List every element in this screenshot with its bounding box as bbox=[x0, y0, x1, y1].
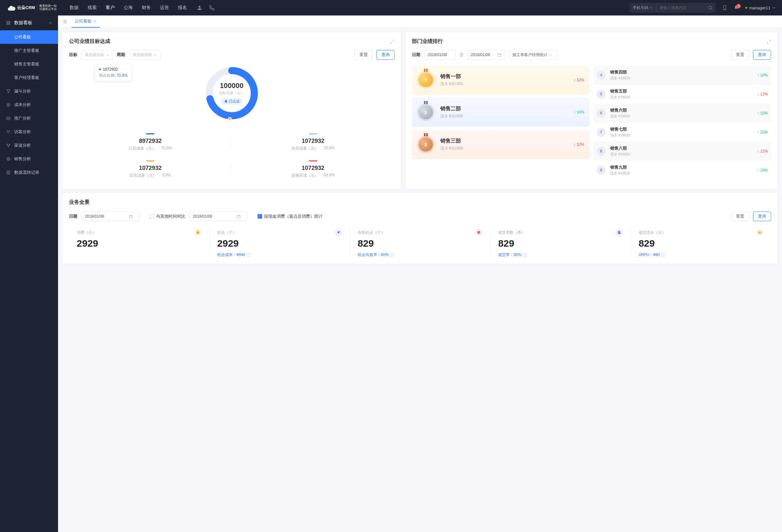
main: 公司看板 ✕ 公司业绩目标达成 目标 请选择目标 周期 请选择周期 重置 查询 bbox=[58, 15, 782, 532]
help-icon[interactable]: ? bbox=[247, 253, 251, 257]
sidebar-item-channel[interactable]: 渠道分析 bbox=[0, 139, 58, 152]
search-type-select[interactable]: 手机号码 bbox=[630, 3, 656, 12]
ov-title: 成交单数（单） bbox=[498, 230, 525, 235]
rank-delta: ↑ 10% bbox=[757, 73, 768, 77]
ov-foot: ARPU：¥80? bbox=[639, 252, 763, 258]
logo[interactable]: 云朵CRM 教育机构一站式服务云平台 bbox=[6, 4, 57, 11]
expand-icon[interactable] bbox=[390, 39, 395, 44]
svg-rect-24 bbox=[618, 232, 620, 232]
rank-stat-select[interactable]: 按工单客户经理统计 bbox=[509, 50, 557, 60]
sidebar-item-funnel[interactable]: 漏斗分析 bbox=[0, 84, 58, 98]
nav-leads[interactable]: 线索 bbox=[88, 5, 97, 11]
sidebar-item-sales-board[interactable]: 销售主管看板 bbox=[0, 58, 58, 71]
metric-value: 1072932 bbox=[232, 138, 395, 144]
user-menu[interactable]: manager11 bbox=[745, 5, 776, 10]
sidebar-item-manager-board[interactable]: 客户经理看板 bbox=[0, 71, 58, 84]
rank-query-button[interactable]: 查询 bbox=[753, 50, 771, 60]
svg-rect-22 bbox=[237, 215, 241, 218]
rank-sub: 流水 ¥10,900 bbox=[440, 113, 463, 119]
sidebar-group-dashboard[interactable]: 数据看板 bbox=[0, 15, 58, 30]
ov-query-button[interactable]: 查询 bbox=[753, 212, 771, 221]
sidebar-item-visitor[interactable]: 访客分析 bbox=[0, 125, 58, 139]
svg-point-0 bbox=[199, 6, 201, 8]
nav-signup[interactable]: 报名 bbox=[178, 5, 187, 11]
sidebar-item-cost[interactable]: 成本分析 bbox=[0, 98, 58, 112]
sidebar-toggle-icon[interactable] bbox=[61, 19, 69, 24]
phone-icon[interactable] bbox=[209, 5, 215, 11]
sidebar-item-sales[interactable]: 销售分析 bbox=[0, 152, 58, 166]
rank-num: 9 bbox=[597, 166, 606, 175]
rank-row[interactable]: 9 销售九部 流水 ¥19020 ↑ 10% bbox=[594, 161, 771, 180]
tab-company-board[interactable]: 公司看板 ✕ bbox=[72, 15, 100, 28]
period-select[interactable]: 请选择周期 bbox=[129, 50, 161, 60]
rank-num: 6 bbox=[597, 109, 606, 118]
sidebar-item-promo[interactable]: 推广分析 bbox=[0, 112, 58, 125]
sidebar-group-label: 数据看板 bbox=[14, 20, 32, 26]
goal-reset-button[interactable]: 重置 bbox=[355, 50, 372, 60]
nav-customers[interactable]: 客户 bbox=[106, 5, 115, 11]
contact-icon[interactable] bbox=[197, 5, 203, 11]
donut-center-label: 目标总量（元） bbox=[219, 91, 244, 96]
rank-card[interactable]: 1 销售一部 流水 ¥10,900 ↓ 12% bbox=[412, 66, 590, 95]
stat-mode-checkbox[interactable]: 按现金消费（返点后消费）统计 bbox=[257, 213, 323, 219]
top-nav: 云朵CRM 教育机构一站式服务云平台 数据 线索 客户 公海 财务 运营 报名 … bbox=[0, 0, 782, 15]
promo-icon bbox=[6, 116, 11, 120]
rank-row[interactable]: 5 销售五部 流水 ¥19020 ↓ 12% bbox=[594, 84, 771, 104]
username-label: manager11 bbox=[749, 5, 771, 10]
goal-panel-title: 公司业绩目标达成 bbox=[69, 38, 110, 45]
sidebar-item-company-board[interactable]: 公司看板 bbox=[0, 30, 58, 44]
metric-bar-icon bbox=[146, 160, 154, 162]
rank-filter-row: 日期 至 按工单客户经理统计 重置 查询 bbox=[412, 50, 771, 60]
tab-close-icon[interactable]: ✕ bbox=[94, 19, 97, 24]
svg-rect-25 bbox=[618, 233, 620, 233]
calendar-icon bbox=[497, 53, 502, 57]
rank-row[interactable]: 7 销售七部 流水 ¥19020 ↑ 10% bbox=[594, 122, 771, 142]
svg-point-15 bbox=[7, 157, 10, 161]
help-icon[interactable]: ? bbox=[523, 253, 527, 257]
rank-row[interactable]: 4 销售四部 流水 ¥19020 ↑ 10% bbox=[594, 66, 771, 84]
ov-icon bbox=[335, 229, 342, 236]
rank-row[interactable]: 6 销售六部 流水 ¥19020 ↑ 10% bbox=[594, 104, 771, 122]
search-input[interactable] bbox=[656, 5, 705, 10]
nav-finance[interactable]: 财务 bbox=[142, 5, 151, 11]
expand-icon[interactable] bbox=[767, 39, 771, 44]
mobile-icon[interactable] bbox=[722, 5, 727, 10]
overview-card: 成交流水（元） 829 ARPU：¥80? bbox=[631, 229, 771, 258]
search-button[interactable] bbox=[705, 5, 716, 10]
ov-reset-button[interactable]: 重置 bbox=[731, 212, 749, 221]
rank-date-from[interactable] bbox=[424, 50, 456, 60]
rank-reset-button[interactable]: 重置 bbox=[731, 50, 749, 60]
tab-bar: 公司看板 ✕ bbox=[58, 15, 782, 28]
nav-ops[interactable]: 运营 bbox=[160, 5, 169, 11]
target-select[interactable]: 请选择目标 bbox=[81, 50, 113, 60]
svg-rect-27 bbox=[758, 232, 761, 233]
notification-icon[interactable]: 5 bbox=[734, 5, 739, 10]
target-label: 目标 bbox=[69, 52, 77, 58]
ov-date1[interactable] bbox=[81, 212, 139, 221]
rank-row[interactable]: 8 销售八部 流水 ¥19020 ↓ 12% bbox=[594, 142, 771, 161]
rank-date-to[interactable] bbox=[467, 50, 505, 60]
ov-value: 2929 bbox=[217, 238, 342, 249]
sidebar-item-flow[interactable]: 数据流转记录 bbox=[0, 166, 58, 179]
search-bar: 手机号码 bbox=[630, 3, 716, 12]
ov-value: 829 bbox=[639, 238, 763, 249]
metric-cell: 1072932 未完成量（元）20.9% bbox=[232, 129, 395, 156]
goal-query-button[interactable]: 查询 bbox=[377, 50, 395, 60]
ov-icon bbox=[194, 229, 202, 236]
goal-panel: 公司业绩目标达成 目标 请选择目标 周期 请选择周期 重置 查询 1072932… bbox=[63, 32, 401, 189]
svg-point-16 bbox=[8, 158, 9, 160]
rank-card[interactable]: 2 销售二部 流水 ¥10,900 ↑ 10% bbox=[412, 98, 590, 127]
ov-date2[interactable] bbox=[189, 212, 247, 221]
rank-card[interactable]: 3 销售三部 流水 ¥10,900 ↓ 12% bbox=[412, 130, 590, 159]
help-icon[interactable]: ? bbox=[661, 253, 665, 257]
nav-data[interactable]: 数据 bbox=[70, 5, 79, 11]
rank-num: 5 bbox=[597, 90, 606, 99]
metric-cell: 1072932 应完成量（元）8.9% bbox=[69, 156, 232, 183]
help-icon[interactable]: ? bbox=[390, 253, 394, 257]
compare-checkbox[interactable]: 与其他时间对比 bbox=[149, 213, 185, 219]
ov-value: 829 bbox=[358, 238, 483, 249]
sidebar-item-promo-board[interactable]: 推广主管看板 bbox=[0, 44, 58, 58]
funnel-icon bbox=[6, 89, 11, 94]
nav-sea[interactable]: 公海 bbox=[124, 5, 133, 11]
donut-chart: 1072932 所占比例: 70.9% 100000 目标总量（元） bbox=[69, 64, 395, 122]
